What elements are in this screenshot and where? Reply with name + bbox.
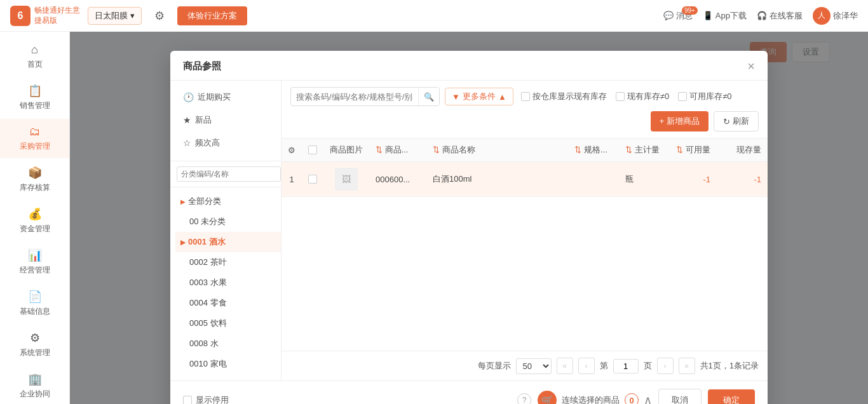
- operations-icon: 📊: [28, 248, 42, 262]
- message-nav-item[interactable]: 💬 消息 99+: [663, 10, 693, 22]
- checkbox-warehouse-box[interactable]: [521, 92, 530, 101]
- col-name-header[interactable]: ⇅ 商品名称: [426, 138, 568, 162]
- confirm-btn[interactable]: 确定: [708, 389, 755, 404]
- row-checkbox-cell[interactable]: [302, 162, 323, 197]
- online-service-nav-item[interactable]: 🎧 在线客服: [757, 10, 803, 22]
- search-bar: 🔍 ▼ 更多条件 ▲ 按仓库显示现有库存: [281, 81, 768, 138]
- sidebar-item-finance[interactable]: 💰 资金管理: [0, 201, 69, 241]
- user-nav-item[interactable]: 人 徐泽华: [813, 7, 858, 25]
- checkbox-avail-nz[interactable]: 可用库存≠0: [678, 91, 731, 102]
- sidebar-item-sales[interactable]: 📋 销售管理: [0, 77, 69, 118]
- checkbox-stock-nz-box[interactable]: [616, 92, 625, 101]
- row-unit-cell: 瓶: [619, 162, 666, 197]
- experience-btn[interactable]: 体验行业方案: [177, 6, 247, 25]
- filter-btn[interactable]: ▼ 更多条件 ▲: [445, 88, 513, 105]
- left-divider: [170, 161, 281, 161]
- clock-icon: 🕐: [183, 92, 194, 102]
- modal-close-btn[interactable]: ×: [747, 60, 755, 72]
- show-disabled-checkbox[interactable]: 显示停用: [183, 394, 229, 404]
- col-unit-header[interactable]: ⇅ 主计量: [619, 138, 666, 162]
- product-table-wrap: ⚙ 商品图片: [281, 138, 768, 351]
- star-icon: ★: [183, 115, 191, 125]
- sidebar-item-home[interactable]: ⌂ 首页: [0, 37, 69, 76]
- logo-icon: 6: [10, 6, 31, 26]
- category-arrow-icon: ▶: [180, 198, 186, 205]
- category-item-0002[interactable]: 0002 茶叶: [175, 252, 281, 273]
- row-stock-cell: -1: [717, 162, 768, 197]
- sidebar-item-operations[interactable]: 📊 经营管理: [0, 242, 69, 282]
- col-code-header[interactable]: ⇅ 商品...: [369, 138, 426, 162]
- help-icon[interactable]: ?: [517, 393, 531, 404]
- chevron-down-icon: ▾: [130, 11, 135, 20]
- category-search-input[interactable]: [177, 166, 281, 182]
- settings-icon: ⚙: [288, 145, 295, 155]
- checkbox-group: 按仓库显示现有库存 现有库存≠0 可用库存≠0: [521, 91, 732, 102]
- sidebar-item-label: 采购管理: [20, 141, 50, 152]
- quick-links: 🕐 近期购买 ★ 新品 ☆ 频次高: [170, 87, 281, 158]
- cart-area[interactable]: 🛒 连续选择的商品 0 ∧: [538, 391, 652, 404]
- category-item-0010[interactable]: 0010 家电: [175, 354, 281, 374]
- next-page-btn[interactable]: ›: [657, 358, 674, 374]
- page-num-input[interactable]: [613, 359, 639, 374]
- cart-collapse-btn[interactable]: ∧: [644, 393, 652, 404]
- checkbox-stock-nz[interactable]: 现有库存≠0: [616, 91, 669, 102]
- phone-icon: 📱: [703, 11, 713, 20]
- message-icon: 💬: [663, 11, 674, 20]
- category-item-0005[interactable]: 0005 饮料: [175, 313, 281, 333]
- page-size-select[interactable]: 50 10 20 100: [516, 358, 552, 374]
- add-product-btn[interactable]: + 新增商品: [651, 111, 709, 131]
- table-header-row: ⚙ 商品图片: [281, 138, 768, 162]
- cancel-btn[interactable]: 取消: [658, 389, 702, 404]
- sort-icon-avail: ⇅: [676, 145, 683, 154]
- sidebar-item-enterprise[interactable]: 🏢 企业协同: [0, 366, 69, 404]
- row-name-cell: 白酒100ml: [426, 162, 568, 197]
- main-content: 查询 设置 商品参照 × 🕐 近期购买: [70, 32, 868, 404]
- sidebar-item-label: 企业协同: [20, 389, 50, 400]
- first-page-btn[interactable]: «: [557, 358, 573, 374]
- sidebar-item-inventory[interactable]: 📦 库存核算: [0, 159, 69, 199]
- search-input[interactable]: [291, 92, 418, 102]
- col-spec-header[interactable]: ⇅ 规格...: [568, 138, 619, 162]
- sort-icon-spec: ⇅: [574, 145, 581, 154]
- gear-icon[interactable]: ⚙: [149, 6, 170, 26]
- purchase-icon: 🗂: [29, 125, 41, 138]
- quick-link-frequent[interactable]: ☆ 频次高: [177, 133, 275, 153]
- table-row[interactable]: 1 🖼: [281, 162, 768, 197]
- quick-link-recent[interactable]: 🕐 近期购买: [177, 87, 275, 107]
- checkbox-warehouse[interactable]: 按仓库显示现有库存: [521, 91, 607, 102]
- sidebar: ⌂ 首页 📋 销售管理 🗂 采购管理 📦 库存核算 💰 资金管理 📊 经营管理 …: [0, 32, 70, 404]
- col-img-header[interactable]: 商品图片: [323, 138, 369, 162]
- left-panel: 🕐 近期购买 ★ 新品 ☆ 频次高: [170, 81, 281, 380]
- logo-area: 6 畅捷通好生意 捷易版: [10, 6, 80, 26]
- freq-icon: ☆: [183, 138, 191, 148]
- category-item-0004[interactable]: 0004 零食: [175, 293, 281, 313]
- sidebar-item-label: 基础信息: [20, 306, 50, 317]
- sort-icon: ⇅: [376, 145, 383, 154]
- checkbox-avail-nz-box[interactable]: [678, 92, 687, 101]
- col-avail-header[interactable]: ⇅ 可用量: [666, 138, 717, 162]
- category-item-0001[interactable]: ▶ 0001 酒水: [175, 232, 281, 252]
- category-item-0008[interactable]: 0008 水: [175, 333, 281, 354]
- sidebar-item-basic[interactable]: 📄 基础信息: [0, 283, 69, 323]
- sidebar-item-purchase[interactable]: 🗂 采购管理: [0, 119, 69, 158]
- cart-count: 0: [625, 393, 639, 404]
- quick-link-new[interactable]: ★ 新品: [177, 110, 275, 130]
- last-page-icon: »: [684, 361, 689, 370]
- modal-header: 商品参照 ×: [170, 51, 768, 81]
- row-checkbox[interactable]: [308, 175, 317, 184]
- app-download-nav-item[interactable]: 📱 App下载: [703, 10, 747, 22]
- search-btn[interactable]: 🔍: [418, 88, 439, 105]
- prev-page-btn[interactable]: ‹: [578, 358, 595, 374]
- last-page-btn[interactable]: »: [679, 358, 695, 374]
- category-item-0003[interactable]: 0003 水果: [175, 273, 281, 293]
- category-item-all[interactable]: ▶ 全部分类: [175, 191, 281, 212]
- col-settings-header[interactable]: ⚙: [281, 138, 302, 162]
- show-disabled-box[interactable]: [183, 396, 192, 404]
- category-item-00[interactable]: 00 未分类: [175, 212, 281, 232]
- refresh-btn[interactable]: ↻ 刷新: [714, 111, 759, 131]
- col-check-header[interactable]: [302, 138, 323, 162]
- product-image: 🖼: [335, 168, 358, 191]
- select-all-checkbox[interactable]: [308, 145, 317, 154]
- nav-dropdown[interactable]: 日太阳膜 ▾: [88, 7, 142, 25]
- sidebar-item-system[interactable]: ⚙ 系统管理: [0, 325, 69, 365]
